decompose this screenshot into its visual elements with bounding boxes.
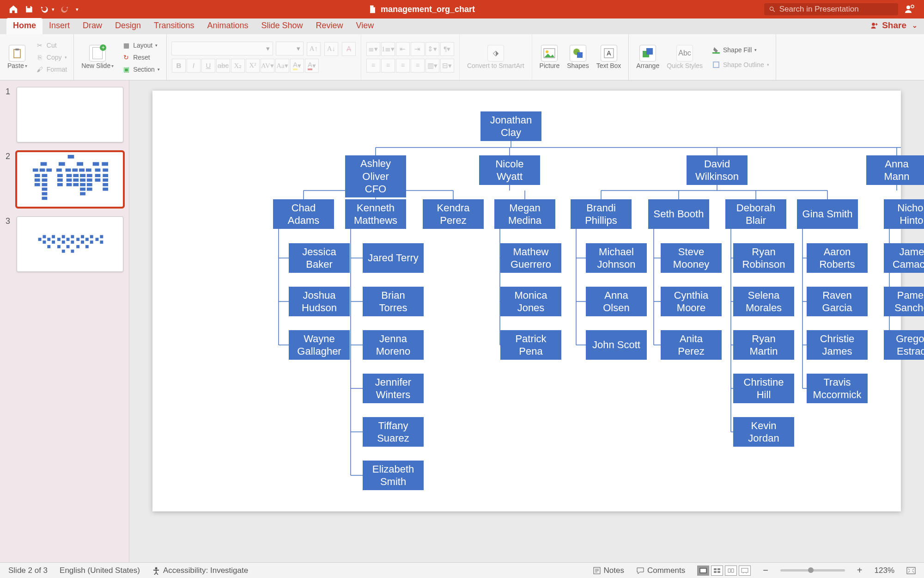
line-spacing-button[interactable]: ⇕▾	[426, 42, 439, 56]
org-node[interactable]: John Scott	[586, 330, 647, 360]
zoom-in-button[interactable]: +	[857, 565, 863, 576]
slide-canvas-area[interactable]: Jonathan ClayAshley Oliver CFONicole Wya…	[129, 80, 924, 562]
org-node[interactable]: Anna Mann	[866, 155, 924, 185]
org-node[interactable]: Megan Medina	[494, 199, 555, 229]
slide[interactable]: Jonathan ClayAshley Oliver CFONicole Wya…	[152, 91, 901, 511]
justify-button[interactable]: ≡	[411, 59, 425, 73]
org-node[interactable]: Tiffany Suarez	[363, 417, 424, 447]
org-node[interactable]: Cynthia Moore	[661, 287, 722, 316]
align-right-button[interactable]: ≡	[396, 59, 410, 73]
org-node[interactable]: David Wilkinson	[687, 155, 748, 185]
org-node[interactable]: Jonathan Clay	[480, 111, 541, 141]
align-text-button[interactable]: ⊟▾	[440, 59, 454, 73]
org-node[interactable]: Kenneth Matthews	[345, 199, 406, 229]
tab-transitions[interactable]: Transitions	[147, 18, 201, 34]
normal-view-button[interactable]	[697, 566, 709, 576]
indent-increase-button[interactable]: ⇥	[411, 42, 425, 56]
org-node[interactable]: Kevin Jordan	[733, 417, 794, 447]
account-icon[interactable]	[904, 3, 916, 15]
tab-animations[interactable]: Animations	[201, 18, 255, 34]
underline-button[interactable]: U	[201, 59, 215, 73]
slideshow-view-button[interactable]	[739, 566, 751, 576]
share-button[interactable]: Share ⌄	[870, 20, 918, 31]
org-node[interactable]: Wayne Gallagher	[289, 330, 350, 360]
zoom-out-button[interactable]: −	[763, 565, 768, 576]
redo-icon[interactable]	[58, 3, 70, 15]
org-node[interactable]: Brian Torres	[363, 287, 424, 316]
org-node[interactable]: Nichole Hinton	[884, 199, 924, 229]
share-chevron-icon[interactable]: ⌄	[912, 22, 918, 29]
bold-button[interactable]: B	[172, 59, 186, 73]
increase-font-button[interactable]: A↑	[307, 42, 321, 56]
org-node[interactable]: Pamela Sanchez	[884, 287, 924, 316]
org-node[interactable]: Kendra Perez	[423, 199, 484, 229]
comments-button[interactable]: Comments	[636, 566, 685, 575]
org-node[interactable]: Jared Terry	[363, 243, 424, 273]
org-node[interactable]: Christine Hill	[733, 374, 794, 403]
org-node[interactable]: Selena Morales	[733, 287, 794, 316]
org-node[interactable]: Seth Booth	[648, 199, 709, 229]
superscript-button[interactable]: X²	[246, 59, 260, 73]
strikethrough-button[interactable]: abc	[216, 59, 230, 73]
zoom-slider[interactable]	[780, 569, 845, 572]
org-node[interactable]: Jennifer Winters	[363, 374, 424, 403]
undo-icon[interactable]	[39, 3, 51, 15]
org-node[interactable]: Jenna Moreno	[363, 330, 424, 360]
section-button[interactable]: ▣Section▾	[120, 64, 162, 75]
font-color-button[interactable]: A▾	[305, 59, 319, 73]
bullets-button[interactable]: ≣▾	[366, 42, 380, 56]
tab-slide-show[interactable]: Slide Show	[255, 18, 310, 34]
sorter-view-button[interactable]	[711, 566, 723, 576]
org-node[interactable]: Chad Adams	[273, 199, 334, 229]
insert-picture-button[interactable]: Picture	[537, 45, 563, 69]
org-node[interactable]: Joshua Hudson	[289, 287, 350, 316]
notes-button[interactable]: Notes	[593, 566, 624, 575]
org-node[interactable]: Monica Jones	[500, 287, 561, 316]
org-node[interactable]: Anna Olsen	[586, 287, 647, 316]
copy-button[interactable]: ⎘Copy▾	[34, 52, 69, 63]
zoom-level[interactable]: 123%	[875, 566, 894, 575]
language-indicator[interactable]: English (United States)	[60, 566, 140, 575]
thumbnail-2[interactable]	[17, 152, 123, 207]
shape-fill-button[interactable]: Shape Fill▾	[710, 44, 771, 55]
org-node[interactable]: Gina Smith	[797, 199, 858, 229]
org-node[interactable]: Anita Perez	[661, 330, 722, 360]
align-center-button[interactable]: ≡	[381, 59, 395, 73]
org-node[interactable]: Michael Johnson	[586, 243, 647, 273]
org-node[interactable]: Aaron Roberts	[807, 243, 868, 273]
accessibility-indicator[interactable]: Accessibility: Investigate	[152, 566, 248, 575]
format-painter-button[interactable]: 🖌Format	[34, 64, 69, 75]
org-node[interactable]: Ryan Martin	[733, 330, 794, 360]
cut-button[interactable]: ✂Cut	[34, 40, 69, 51]
change-case-button[interactable]: Aa▾	[275, 59, 289, 73]
clear-format-button[interactable]: A̶	[342, 42, 356, 56]
text-direction-button[interactable]: ¶▾	[440, 42, 454, 56]
paste-button[interactable]: Paste▾	[5, 45, 30, 69]
tab-home[interactable]: Home	[6, 18, 43, 34]
align-left-button[interactable]: ≡	[366, 59, 380, 73]
font-family-select[interactable]: ▾	[171, 42, 273, 55]
quick-styles-button[interactable]: AbcQuick Styles	[664, 45, 705, 69]
subscript-button[interactable]: X₂	[231, 59, 245, 73]
org-node[interactable]: Raven Garcia	[807, 287, 868, 316]
columns-button[interactable]: ▥▾	[426, 59, 439, 73]
org-node[interactable]: Mathew Guerrero	[500, 243, 561, 273]
font-size-select[interactable]: ▾	[276, 42, 304, 55]
org-node[interactable]: Jessica Baker	[289, 243, 350, 273]
italic-button[interactable]: I	[187, 59, 201, 73]
shape-outline-button[interactable]: Shape Outline▾	[710, 59, 771, 70]
indent-decrease-button[interactable]: ⇤	[396, 42, 410, 56]
home-icon[interactable]	[7, 3, 19, 15]
reading-view-button[interactable]	[725, 566, 737, 576]
org-node[interactable]: Ashley Oliver CFO	[345, 155, 406, 197]
org-node[interactable]: Steve Mooney	[661, 243, 722, 273]
insert-shapes-button[interactable]: Shapes	[564, 45, 591, 69]
org-node[interactable]: Elizabeth Smith	[363, 461, 424, 490]
numbering-button[interactable]: 1≣▾	[381, 42, 395, 56]
highlight-button[interactable]: A▾	[290, 59, 304, 73]
convert-smartart-button[interactable]: ⬗ Convert to SmartArt	[464, 45, 527, 69]
save-icon[interactable]	[23, 3, 35, 15]
org-node[interactable]: Ryan Robinson	[733, 243, 794, 273]
char-spacing-button[interactable]: AV▾	[261, 59, 274, 73]
slide-indicator[interactable]: Slide 2 of 3	[8, 566, 48, 575]
